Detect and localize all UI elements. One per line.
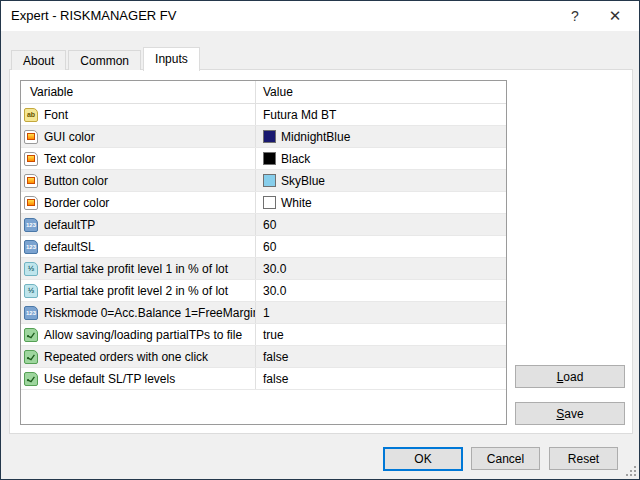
cancel-button[interactable]: Cancel xyxy=(471,447,540,470)
column-header-variable: Variable xyxy=(21,81,256,103)
color-param-icon xyxy=(24,174,38,188)
tab-inputs[interactable]: Inputs xyxy=(143,47,200,71)
variable-name: Font xyxy=(44,108,68,122)
text-param-icon: ab xyxy=(24,108,38,122)
value-text: MidnightBlue xyxy=(281,130,350,144)
help-button[interactable]: ? xyxy=(559,1,591,31)
value-text: 60 xyxy=(263,240,276,254)
value-text: White xyxy=(281,196,312,210)
table-row[interactable]: 123defaultTP60 xyxy=(21,214,506,236)
value-text: 30.0 xyxy=(263,262,286,276)
table-row[interactable]: ½Partial take profit level 1 in % of lot… xyxy=(21,258,506,280)
value-text: Futura Md BT xyxy=(263,108,336,122)
value-text: true xyxy=(263,328,284,342)
variable-name: Button color xyxy=(44,174,108,188)
tab-strip: About Common Inputs xyxy=(11,46,202,70)
bool-param-icon xyxy=(24,350,38,364)
table-row[interactable]: Text colorBlack xyxy=(21,148,506,170)
value-cell[interactable]: 30.0 xyxy=(256,280,506,301)
value-text: 60 xyxy=(263,218,276,232)
value-cell[interactable]: 30.0 xyxy=(256,258,506,279)
value-text: 1 xyxy=(263,306,270,320)
table-row[interactable]: 123defaultSL60 xyxy=(21,236,506,258)
expert-properties-dialog: Expert - RISKMANAGER FV ? ✕ About Common… xyxy=(0,0,640,480)
color-swatch xyxy=(263,152,276,165)
variable-name: defaultTP xyxy=(44,218,95,232)
color-param-icon xyxy=(24,196,38,210)
column-header-value: Value xyxy=(256,81,506,103)
value-text: false xyxy=(263,372,288,386)
color-swatch xyxy=(263,130,276,143)
table-row[interactable]: Button colorSkyBlue xyxy=(21,170,506,192)
value-cell[interactable]: false xyxy=(256,368,506,389)
table-body: abFontFutura Md BTGUI colorMidnightBlueT… xyxy=(21,104,506,390)
close-button[interactable]: ✕ xyxy=(599,1,631,31)
double-param-icon: ½ xyxy=(24,262,38,276)
color-swatch xyxy=(263,174,276,187)
value-text: Black xyxy=(281,152,310,166)
value-text: false xyxy=(263,350,288,364)
table-row[interactable]: Allow saving/loading partialTPs to filet… xyxy=(21,324,506,346)
value-cell[interactable]: 60 xyxy=(256,236,506,257)
save-button[interactable]: Save xyxy=(515,402,625,425)
parameters-table: Variable Value abFontFutura Md BTGUI col… xyxy=(20,80,507,425)
color-param-icon xyxy=(24,130,38,144)
load-button[interactable]: Load xyxy=(515,365,625,388)
table-row[interactable]: ½Partial take profit level 2 in % of lot… xyxy=(21,280,506,302)
variable-name: Allow saving/loading partialTPs to file xyxy=(44,328,242,342)
variable-name: Border color xyxy=(44,196,109,210)
table-row[interactable]: Border colorWhite xyxy=(21,192,506,214)
double-param-icon: ½ xyxy=(24,284,38,298)
variable-name: Partial take profit level 2 in % of lot xyxy=(44,284,228,298)
variable-name: Riskmode 0=Acc.Balance 1=FreeMargin... xyxy=(44,306,256,320)
bool-param-icon xyxy=(24,372,38,386)
table-row[interactable]: GUI colorMidnightBlue xyxy=(21,126,506,148)
color-param-icon xyxy=(24,152,38,166)
value-cell[interactable]: White xyxy=(256,192,506,213)
table-header: Variable Value xyxy=(21,81,506,104)
variable-name: defaultSL xyxy=(44,240,95,254)
value-cell[interactable]: SkyBlue xyxy=(256,170,506,191)
window-title: Expert - RISKMANAGER FV xyxy=(11,1,176,31)
integer-param-icon: 123 xyxy=(24,306,38,320)
ok-button[interactable]: OK xyxy=(383,447,463,471)
tab-about[interactable]: About xyxy=(11,50,66,70)
bool-param-icon xyxy=(24,328,38,342)
variable-name: Use default SL/TP levels xyxy=(44,372,175,386)
resize-grip-icon[interactable] xyxy=(626,466,636,476)
integer-param-icon: 123 xyxy=(24,240,38,254)
value-text: 30.0 xyxy=(263,284,286,298)
value-cell[interactable]: false xyxy=(256,346,506,367)
table-row[interactable]: abFontFutura Md BT xyxy=(21,104,506,126)
table-row[interactable]: 123Riskmode 0=Acc.Balance 1=FreeMargin..… xyxy=(21,302,506,324)
variable-name: GUI color xyxy=(44,130,95,144)
value-text: SkyBlue xyxy=(281,174,325,188)
integer-param-icon: 123 xyxy=(24,218,38,232)
value-cell[interactable]: MidnightBlue xyxy=(256,126,506,147)
reset-button[interactable]: Reset xyxy=(549,447,618,470)
title-bar[interactable]: Expert - RISKMANAGER FV ? ✕ xyxy=(1,1,639,31)
table-row[interactable]: Repeated orders with one clickfalse xyxy=(21,346,506,368)
table-row[interactable]: Use default SL/TP levelsfalse xyxy=(21,368,506,390)
variable-name: Partial take profit level 1 in % of lot xyxy=(44,262,228,276)
value-cell[interactable]: Black xyxy=(256,148,506,169)
variable-name: Repeated orders with one click xyxy=(44,350,208,364)
value-cell[interactable]: Futura Md BT xyxy=(256,104,506,125)
variable-name: Text color xyxy=(44,152,95,166)
tab-common[interactable]: Common xyxy=(68,50,141,70)
value-cell[interactable]: 60 xyxy=(256,214,506,235)
value-cell[interactable]: true xyxy=(256,324,506,345)
color-swatch xyxy=(263,196,276,209)
value-cell[interactable]: 1 xyxy=(256,302,506,323)
